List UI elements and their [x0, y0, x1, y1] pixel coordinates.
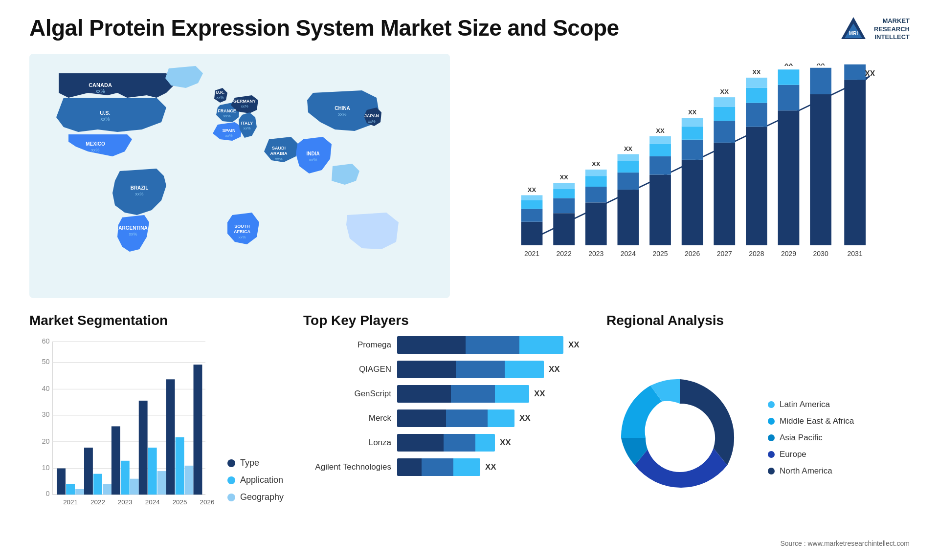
svg-text:40: 40: [42, 385, 49, 392]
segmentation-title: Market Segmentation: [29, 313, 284, 328]
svg-rect-64: [649, 144, 671, 156]
svg-text:xx%: xx%: [338, 112, 346, 117]
svg-text:XX: XX: [624, 145, 633, 152]
svg-rect-81: [746, 103, 767, 127]
player-name-agilent: Agilent Technologies: [303, 462, 391, 472]
bar-chart-container: 2021 XX 2022 XX 2023 XX: [470, 54, 910, 298]
players-title: Top Key Players: [303, 313, 587, 328]
svg-rect-56: [618, 190, 639, 245]
svg-text:XX: XX: [752, 68, 761, 76]
svg-text:20: 20: [42, 437, 49, 445]
svg-text:2029: 2029: [781, 250, 796, 258]
reg-legend-europe: Europe: [768, 450, 854, 459]
svg-rect-68: [682, 160, 703, 245]
svg-text:GERMANY: GERMANY: [233, 99, 256, 104]
svg-text:XX: XX: [528, 186, 537, 194]
reg-legend-latin: Latin America: [768, 400, 854, 409]
segmentation-inner: 0 10 20 30 40 50 60 2021: [29, 336, 284, 522]
svg-text:ARGENTINA: ARGENTINA: [118, 225, 147, 231]
svg-rect-59: [618, 154, 639, 161]
reg-label-europe: Europe: [780, 450, 806, 459]
player-value-qiagen: XX: [549, 365, 560, 374]
svg-rect-125: [130, 479, 139, 495]
legend-label-geo: Geography: [240, 492, 284, 502]
svg-rect-115: [57, 468, 66, 495]
logo-container: MRI MARKET RESEARCH INTELLECT: [839, 15, 910, 44]
svg-text:xx%: xx%: [135, 192, 143, 196]
svg-rect-76: [714, 107, 735, 121]
growth-bar-chart: 2021 XX 2022 XX 2023 XX: [489, 64, 900, 269]
svg-text:2023: 2023: [588, 250, 604, 258]
legend-dot-type: [227, 459, 235, 467]
donut-chart: [606, 365, 753, 511]
reg-legend-mea: Middle East & Africa: [768, 416, 854, 426]
svg-text:XX: XX: [784, 64, 793, 67]
svg-rect-80: [746, 127, 767, 245]
player-bar-genscript: [397, 385, 529, 403]
player-bar-wrap-agilent: XX: [397, 458, 587, 476]
svg-rect-124: [121, 461, 130, 495]
svg-rect-40: [521, 200, 543, 209]
svg-rect-82: [746, 88, 767, 103]
svg-text:U.K.: U.K.: [216, 90, 224, 95]
svg-text:2023: 2023: [118, 498, 133, 506]
svg-rect-127: [139, 401, 148, 495]
segmentation-container: Market Segmentation: [29, 313, 284, 547]
svg-rect-63: [649, 156, 671, 175]
svg-text:XX: XX: [816, 64, 825, 67]
legend-geography: Geography: [227, 492, 284, 502]
svg-text:2025: 2025: [173, 498, 187, 506]
legend-application: Application: [227, 475, 284, 485]
players-container: Top Key Players Promega XX QIAGEN: [303, 313, 587, 547]
svg-text:XX: XX: [720, 88, 729, 95]
svg-text:xx%: xx%: [243, 126, 250, 130]
svg-text:XX: XX: [559, 173, 568, 181]
svg-text:50: 50: [42, 358, 49, 366]
svg-rect-57: [618, 172, 639, 190]
svg-text:SOUTH: SOUTH: [234, 224, 250, 229]
svg-rect-62: [649, 175, 671, 245]
bottom-section: Market Segmentation: [29, 313, 910, 547]
svg-rect-121: [103, 484, 112, 495]
svg-rect-92: [810, 68, 831, 94]
svg-text:2021: 2021: [524, 250, 539, 258]
svg-rect-83: [746, 78, 767, 88]
svg-rect-71: [682, 118, 703, 127]
svg-rect-86: [778, 110, 800, 245]
player-row-agilent: Agilent Technologies XX: [303, 458, 587, 476]
world-map: CANADA xx% U.S. xx% MEXICO xx% BRAZIL xx…: [29, 54, 450, 298]
svg-rect-69: [682, 140, 703, 160]
svg-text:JAPAN: JAPAN: [364, 113, 379, 118]
svg-rect-91: [810, 94, 831, 245]
svg-text:MRI: MRI: [849, 31, 858, 36]
page: Algal Protein Expression System Market S…: [0, 0, 939, 560]
svg-text:xx%: xx%: [238, 235, 246, 239]
player-bar-wrap-merck: XX: [397, 409, 587, 427]
svg-text:SAUDI: SAUDI: [272, 146, 286, 151]
svg-rect-44: [553, 213, 575, 245]
svg-rect-128: [148, 448, 157, 495]
svg-rect-135: [194, 365, 202, 495]
player-bar-wrap-qiagen: XX: [397, 361, 587, 378]
svg-text:0: 0: [46, 490, 50, 497]
svg-text:CHINA: CHINA: [335, 106, 350, 111]
reg-legend-apac: Asia Pacific: [768, 433, 854, 443]
segmentation-legend: Type Application Geography: [227, 458, 284, 522]
svg-text:ARABIA: ARABIA: [270, 151, 288, 156]
svg-text:BRAZIL: BRAZIL: [131, 185, 149, 191]
svg-text:xx%: xx%: [129, 232, 137, 237]
player-value-agilent: XX: [485, 462, 496, 472]
svg-rect-133: [185, 466, 194, 495]
regional-title: Regional Analysis: [606, 313, 910, 328]
player-row-lonza: Lonza XX: [303, 434, 587, 452]
player-value-promega: XX: [568, 340, 580, 350]
svg-rect-41: [521, 195, 543, 201]
svg-rect-119: [84, 448, 93, 495]
reg-dot-europe: [768, 451, 775, 458]
svg-text:xx%: xx%: [368, 119, 375, 124]
svg-rect-87: [778, 85, 800, 111]
map-container: CANADA xx% U.S. xx% MEXICO xx% BRAZIL xx…: [29, 54, 450, 298]
svg-rect-50: [585, 202, 607, 245]
svg-text:SPAIN: SPAIN: [223, 128, 236, 133]
svg-rect-47: [553, 183, 575, 189]
